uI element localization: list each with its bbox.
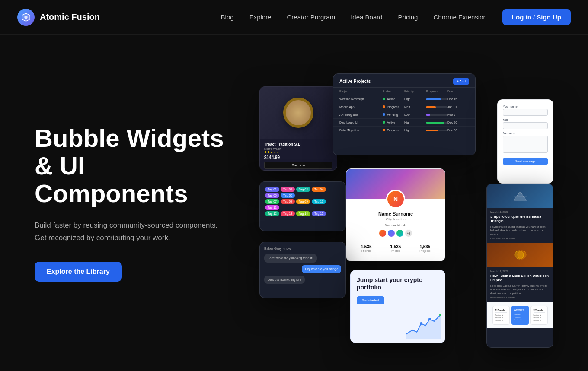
name-label: Your name <box>503 105 548 108</box>
logo-icon <box>17 9 35 26</box>
watch-buy-button[interactable]: Buy now <box>264 162 332 169</box>
row-progress <box>426 122 447 124</box>
blog-card: March 11, 2022 5 Tips to conquer the Ber… <box>486 184 553 348</box>
tag-pill[interactable]: Tag 11 <box>265 205 279 210</box>
crypto-inner: Jump start your crypto portfolio Get sta… <box>351 270 445 311</box>
tag-pill[interactable]: Tag 06 <box>281 193 295 198</box>
stat-num-projects: 1,535 <box>419 244 430 249</box>
tag-pill[interactable]: Tag 01 <box>265 187 279 192</box>
triangle-icon <box>511 190 529 203</box>
send-message-button[interactable]: Send message <box>503 158 548 165</box>
row-due: Dec 30 <box>447 129 469 132</box>
row-priority: Low <box>404 113 426 116</box>
row-progress <box>426 106 447 108</box>
chat-card: Baker Grey · now Baker what are you doin… <box>259 242 346 298</box>
pricing-card-2: $20 mo/ly Feature AFeature BFeature C <box>511 306 529 325</box>
pricing-preview: $10 mo/ly Feature AFeature BFeature C $2… <box>487 302 553 328</box>
tag-pill[interactable]: Tag 13 <box>281 211 295 216</box>
col-status: Status <box>383 90 404 93</box>
hero-title: Bubble Widgets & UI Components <box>35 124 242 207</box>
tags-card: Tag 01 Tag 02 Tag 03 Tag 04 Tag 05 Tag 0… <box>259 181 346 231</box>
tag-pill[interactable]: Tag 09 <box>296 199 310 204</box>
tag-pill[interactable]: Tag 05 <box>265 193 279 198</box>
stat-num-photos: 1,535 <box>390 244 401 249</box>
crypto-chart <box>406 313 441 339</box>
stat-friends: 1,535 Friends <box>361 244 371 252</box>
watch-subtitle: Men's Watch <box>264 147 332 150</box>
tag-pill[interactable]: Tag 14 <box>296 211 310 216</box>
tag-pill[interactable]: Tag 03 <box>296 187 310 192</box>
tags-row: Tag 07 Tag 08 Tag 09 Tag 10 Tag 11 <box>265 199 340 210</box>
row-name: API Integration <box>339 113 383 116</box>
col-progress: Progress <box>426 90 447 93</box>
tag-pill[interactable]: Tag 04 <box>312 187 326 192</box>
login-signup-button[interactable]: Log in / Sign Up <box>502 9 571 25</box>
tag-pill[interactable]: Tag 15 <box>312 211 326 216</box>
nav-link-blog[interactable]: Blog <box>221 13 234 21</box>
stat-label-photos: Photos <box>390 249 401 252</box>
nav-links: Blog Explore Creator Program Idea Board … <box>221 9 571 25</box>
name-input[interactable] <box>503 109 548 116</box>
row-name: Data Migration <box>339 129 383 132</box>
table-row: API Integration Pending Low Feb 5 <box>333 111 475 119</box>
hero-subtitle-line2: Get recognized by contributing your work… <box>35 234 170 242</box>
row-progress <box>426 130 447 131</box>
blog-article-image-2 <box>487 243 553 267</box>
contact-form-inner: Your name Mail Message Send message <box>498 100 553 170</box>
projects-card: Active Projects + Add Project Status Pri… <box>333 73 476 155</box>
table-row: Website Redesign Active High Dec 15 <box>333 95 475 103</box>
table-row: Mobile App Progress Med Jan 10 <box>333 103 475 111</box>
blog-article-1: March 11, 2022 5 Tips to conquer the Ber… <box>487 184 553 243</box>
stat-photos: 1,535 Photos <box>390 244 401 252</box>
crypto-cta-button[interactable]: Get started <box>357 296 384 304</box>
tag-pill[interactable]: Tag 02 <box>281 187 295 192</box>
crypto-card: Jump start your crypto portfolio Get sta… <box>350 270 445 343</box>
email-input[interactable] <box>503 122 548 129</box>
coins-icon <box>511 248 529 261</box>
blog-article-2: March 11, 2022 How I Built a Multi Billi… <box>487 243 553 302</box>
mutual-avatar-more: +3 <box>405 229 412 237</box>
row-due: Feb 5 <box>447 113 469 116</box>
add-project-button[interactable]: + Add <box>453 78 469 85</box>
blog-title-2: How I Built a Multi Billion Doubloon Emp… <box>490 274 550 283</box>
mutual-avatar <box>387 229 395 237</box>
nav-link-creator-program[interactable]: Creator Program <box>287 13 335 21</box>
message-label: Message <box>503 132 548 135</box>
row-progress <box>426 114 447 116</box>
contact-form-card: Your name Mail Message Send message <box>497 99 553 184</box>
row-progress <box>426 98 447 100</box>
svg-point-2 <box>420 322 422 325</box>
nav-logo[interactable]: Atomic Fusion <box>17 9 100 26</box>
watch-product-name: Treact Tradition S.B <box>264 142 332 146</box>
chat-header: Baker Grey · now <box>264 247 341 251</box>
row-status: Pending <box>383 113 404 116</box>
nav-link-explore[interactable]: Explore <box>249 13 272 21</box>
row-due: Jan 10 <box>447 105 469 108</box>
row-due: Dec 20 <box>447 121 469 124</box>
hero-subtitle: Build faster by reusing community-source… <box>35 219 242 244</box>
row-name: Mobile App <box>339 105 383 108</box>
row-name: Dashboard UI <box>339 121 383 124</box>
hero-section: Bubble Widgets & UI Components Build fas… <box>0 35 588 371</box>
row-name: Website Redesign <box>339 98 383 101</box>
blog-date-2: March 11, 2022 <box>490 270 550 273</box>
blog-author-1: Bartholomew Roberts <box>490 237 550 240</box>
tag-pill[interactable]: Tag 10 <box>312 199 326 204</box>
tag-pill[interactable]: Tag 12 <box>265 211 279 216</box>
tags-row: Tag 01 Tag 02 Tag 03 Tag 04 Tag 05 Tag 0… <box>265 187 340 198</box>
tag-pill[interactable]: Tag 07 <box>265 199 279 204</box>
profile-name: Name Surname <box>352 211 440 216</box>
chat-message-received: Baker what are you doing tonight? <box>264 254 317 263</box>
watch-image <box>260 87 337 139</box>
stat-num-friends: 1,535 <box>361 244 371 249</box>
nav-link-idea-board[interactable]: Idea Board <box>351 13 382 21</box>
hero-subtitle-line1: Build faster by reusing community-source… <box>35 221 217 229</box>
tag-pill[interactable]: Tag 08 <box>281 199 295 204</box>
explore-library-button[interactable]: Explore the Library <box>35 262 122 282</box>
nav-link-chrome-extension[interactable]: Chrome Extension <box>433 13 486 21</box>
message-textarea[interactable] <box>503 136 548 153</box>
brand-name: Atomic Fusion <box>40 12 100 22</box>
chat-messages: Baker what are you doing tonight? Hey ho… <box>264 254 341 286</box>
profile-card: N Name Surname City, location 6 mutual f… <box>346 168 445 261</box>
nav-link-pricing[interactable]: Pricing <box>398 13 418 21</box>
